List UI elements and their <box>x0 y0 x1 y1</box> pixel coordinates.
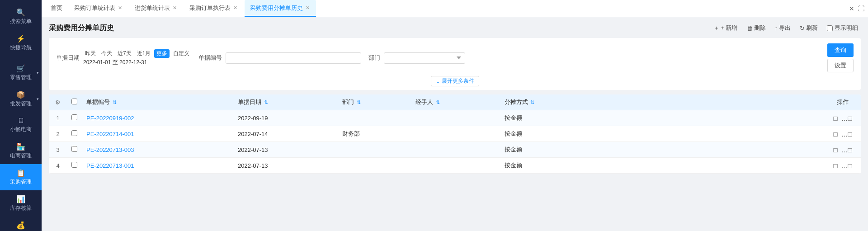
dept-select[interactable]: 财务部 <box>384 52 465 64</box>
row-num: 4 <box>49 158 67 174</box>
row-handler <box>411 158 500 174</box>
row-dept <box>338 158 411 174</box>
table-row: 1 PE-20220919-002 2022-09-19 按金额 □ …□ <box>49 110 861 126</box>
select-all-checkbox[interactable] <box>71 99 77 104</box>
more-icon[interactable]: …□ <box>841 146 852 154</box>
tab-purchase-history[interactable]: 采购费用分摊单历史 ✕ <box>245 0 316 17</box>
row-checkbox-cell <box>67 142 82 158</box>
sort-icon[interactable]: ⇅ <box>530 99 534 105</box>
row-method: 按金额 <box>500 158 825 174</box>
row-checkbox[interactable] <box>71 130 77 136</box>
code-link[interactable]: PE-20220714-001 <box>86 131 134 137</box>
export-button[interactable]: ↑ 导出 <box>772 23 794 33</box>
sidebar-item-ecommerce[interactable]: 🏪 电商管理 <box>0 138 42 164</box>
page-content: 采购费用分摊单历史 ＋ + 新增 🗑 删除 ↑ 导出 ↻ 刷新 <box>42 17 868 231</box>
close-icon[interactable]: ✕ <box>172 5 178 11</box>
tab-label: 采购订单统计表 <box>74 4 115 12</box>
finance-icon: 💰 <box>16 221 25 230</box>
col-code-label: 单据编号 <box>86 99 110 105</box>
delete-button[interactable]: 🗑 删除 <box>744 23 769 33</box>
sidebar-item-inventory[interactable]: 📊 库存核算 <box>0 190 42 217</box>
delete-label: 删除 <box>754 24 766 32</box>
row-date: 2022-07-13 <box>233 142 338 158</box>
tab-label: 采购订单执行表 <box>189 4 231 12</box>
date-btn-1month[interactable]: 近1月 <box>135 49 153 58</box>
col-action: 操作 <box>825 94 861 110</box>
sidebar-item-retail[interactable]: 🛒 零售管理 <box>0 60 42 86</box>
sidebar-item-label: 批发管理 <box>10 100 32 108</box>
more-icon[interactable]: …□ <box>841 114 852 122</box>
sort-icon[interactable]: ⇅ <box>357 99 361 105</box>
row-checkbox[interactable] <box>71 146 77 152</box>
tab-label: 采购费用分摊单历史 <box>250 4 303 12</box>
sort-icon[interactable]: ⇅ <box>113 99 117 105</box>
tab-stock-summary[interactable]: 进货单统计表 ✕ <box>129 0 183 17</box>
row-checkbox[interactable] <box>71 162 77 168</box>
refresh-button[interactable]: ↻ 刷新 <box>797 23 821 33</box>
display-detail-checkbox[interactable]: 显示明细 <box>824 23 861 33</box>
row-dept <box>338 110 411 126</box>
display-label: 显示明细 <box>835 24 858 32</box>
sidebar-item-finance[interactable]: 💰 资金管理 <box>0 217 42 231</box>
row-actions: □ …□ <box>825 142 861 158</box>
sidebar-item-wholesale[interactable]: 📦 批发管理 <box>0 86 42 112</box>
col-method: 分摊方式 ⇅ <box>500 94 825 110</box>
tab-purchase-exec[interactable]: 采购订单执行表 ✕ <box>184 0 244 17</box>
date-btn-7days[interactable]: 近7天 <box>116 49 133 58</box>
code-input[interactable] <box>226 52 361 64</box>
sidebar-item-ecommerce-small[interactable]: 🖥 小畅电商 <box>0 112 42 138</box>
dept-field: 部门 财务部 <box>368 52 540 64</box>
sidebar-item-quicknav[interactable]: ⚡ 快捷导航 <box>0 30 42 56</box>
code-link[interactable]: PE-20220713-001 <box>86 162 134 169</box>
close-icon[interactable]: ✕ <box>117 5 123 11</box>
maximize-icon[interactable]: ⛶ <box>858 5 864 12</box>
row-dept <box>338 142 411 158</box>
add-button[interactable]: ＋ + 新增 <box>711 23 740 33</box>
col-handler: 经手人 ⇅ <box>411 94 500 110</box>
expand-button[interactable]: ⌄ 展开更多条件 <box>431 76 479 86</box>
code-link[interactable]: PE-20220713-003 <box>86 146 134 153</box>
sidebar-item-label: 快捷导航 <box>10 44 32 52</box>
more-icon[interactable]: …□ <box>841 162 852 170</box>
query-button[interactable]: 查询 <box>827 43 854 57</box>
more-icon[interactable]: …□ <box>841 130 852 138</box>
close-icon[interactable]: ✕ <box>232 5 238 11</box>
close-icon[interactable]: ✕ <box>305 5 311 11</box>
table-row: 2 PE-20220714-001 2022-07-14 财务部 按金额 □ …… <box>49 126 861 142</box>
date-btn-yesterday[interactable]: 昨天 <box>83 49 98 58</box>
code-link[interactable]: PE-20220919-002 <box>86 115 134 122</box>
row-handler <box>411 110 500 126</box>
tab-home-label: 首页 <box>51 4 62 12</box>
col-settings[interactable]: ⚙ <box>49 94 67 110</box>
lightning-icon: ⚡ <box>16 34 25 43</box>
add-label: + 新增 <box>721 24 737 32</box>
date-field: 单据日期 昨天 今天 近7天 近1月 更多 自定义 2022-01-01 至 2… <box>56 49 191 66</box>
tab-home[interactable]: 首页 <box>45 0 68 17</box>
retail-icon: 🛒 <box>16 64 25 73</box>
row-actions: □ …□ <box>825 126 861 142</box>
sidebar-item-purchase[interactable]: 📋 采购管理 <box>0 164 42 190</box>
edit-icon[interactable]: □ <box>833 146 837 154</box>
tab-purchase-summary[interactable]: 采购订单统计表 ✕ <box>69 0 128 17</box>
date-btn-custom[interactable]: 自定义 <box>171 49 191 58</box>
sidebar: 🔍 搜索菜单 ⚡ 快捷导航 🛒 零售管理 📦 批发管理 🖥 小畅电商 🏪 电商管… <box>0 0 42 231</box>
row-checkbox[interactable] <box>71 114 77 120</box>
page-header: 采购费用分摊单历史 ＋ + 新增 🗑 删除 ↑ 导出 ↻ 刷新 <box>49 23 861 33</box>
sidebar-item-label: 搜索菜单 <box>10 18 32 25</box>
settings-button[interactable]: 设置 <box>827 59 854 72</box>
row-date: 2022-07-13 <box>233 158 338 174</box>
col-dept: 部门 ⇅ <box>338 94 411 110</box>
date-label: 单据日期 <box>56 54 80 62</box>
sort-icon[interactable]: ⇅ <box>264 99 268 105</box>
sidebar-item-search[interactable]: 🔍 搜索菜单 <box>0 4 42 30</box>
row-handler <box>411 126 500 142</box>
edit-icon[interactable]: □ <box>833 114 837 122</box>
date-btn-today[interactable]: 今天 <box>99 49 114 58</box>
sort-icon[interactable]: ⇅ <box>436 99 440 105</box>
row-date: 2022-07-14 <box>233 126 338 142</box>
edit-icon[interactable]: □ <box>833 130 837 138</box>
date-btn-more[interactable]: 更多 <box>154 49 170 58</box>
edit-icon[interactable]: □ <box>833 162 837 170</box>
display-checkbox-input[interactable] <box>827 25 833 31</box>
close-all-icon[interactable]: ✕ <box>849 5 854 12</box>
